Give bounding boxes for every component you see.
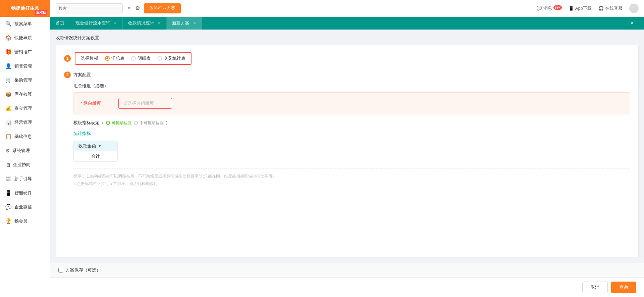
tab-cashflow-label: 现金银行流水查询 bbox=[75, 20, 110, 26]
template-select-box: 选择模板 汇总表 明细表 bbox=[75, 52, 192, 65]
sidebar-item-purchase[interactable]: 🛒 采购管理 bbox=[0, 73, 50, 87]
message-icon: 💬 bbox=[537, 6, 542, 11]
app-download-button[interactable]: 📱 App下载 bbox=[569, 5, 592, 11]
radio-detail-label: 明细表 bbox=[138, 55, 151, 61]
chart-icon: 📊 bbox=[5, 119, 12, 126]
sidebar-item-sales[interactable]: 👤 销售管理 bbox=[0, 59, 50, 73]
message-label: 消息 bbox=[543, 5, 552, 11]
money-icon: 💰 bbox=[5, 105, 12, 111]
hints-section: 提示： 1.拖动标题栏可以调整布局，不可跨维度或指标区域拖动栏目字段(只能在同一… bbox=[73, 168, 630, 187]
sidebar-item-newguide[interactable]: 📰 新手引导 bbox=[0, 172, 50, 186]
settings-icon[interactable]: ⚙ bbox=[135, 5, 140, 11]
sidebar-item-search[interactable]: 🔍 搜索菜单 bbox=[0, 17, 50, 31]
template-radio-group: 汇总表 明细表 交叉统计表 bbox=[105, 55, 185, 61]
sidebar-item-hardware[interactable]: 📱 智能硬件 bbox=[0, 186, 50, 200]
main-area: ▼ ⚙ 体验行业方案 💬 消息 99+ 📱 App下载 🎧 在线客服 首页 bbox=[50, 0, 644, 297]
vertical-dimension-label: 纵向维度 bbox=[80, 100, 101, 106]
gear-icon: ⚙ bbox=[5, 148, 10, 154]
download-label: App下载 bbox=[575, 5, 592, 11]
sidebar-item-quicknav[interactable]: 🏠 快捷导航 bbox=[0, 31, 50, 45]
sidebar-item-label: 基础信息 bbox=[14, 134, 32, 140]
user-avatar[interactable] bbox=[629, 4, 639, 13]
save-checkbox[interactable] bbox=[58, 268, 63, 273]
download-icon: 📱 bbox=[569, 6, 574, 11]
online-service-button[interactable]: 🎧 在线客服 bbox=[598, 5, 623, 11]
page-title: 收款情况统计方案设置 bbox=[56, 35, 639, 41]
sidebar-item-inventory[interactable]: 📦 库存核算 bbox=[0, 87, 50, 101]
news-icon: 📰 bbox=[5, 176, 12, 182]
maximize-window-icon[interactable]: ⛶ bbox=[637, 20, 641, 26]
indicator-table: 收款金额 ▼ 合计 bbox=[73, 141, 118, 162]
main-card: 1 选择模板 汇总表 明细表 bbox=[56, 45, 639, 257]
tab-collection-label: 收款情况统计 bbox=[128, 20, 154, 26]
sidebar-item-label: 企业微信 bbox=[14, 204, 32, 210]
fixed-legend: 不可拖动位置 bbox=[134, 120, 164, 126]
radio-cross[interactable]: 交叉统计表 bbox=[157, 55, 185, 61]
sidebar-item-wechat[interactable]: 💬 企业微信 bbox=[0, 200, 50, 214]
tab-cashflow-close[interactable]: ✕ bbox=[114, 21, 117, 26]
sidebar-item-label: 采购管理 bbox=[14, 77, 32, 83]
dimension-select[interactable]: 请选择分组维度 bbox=[118, 98, 172, 109]
monitor-icon: 🖥 bbox=[5, 162, 10, 168]
user-icon: 👤 bbox=[5, 63, 12, 69]
indicator-total-cell: 合计 bbox=[74, 151, 117, 161]
tabs-bar: 首页 现金银行流水查询 ✕ 收款情况统计 ✕ 新建方案 ✕ ✕ ⛶ bbox=[50, 17, 644, 30]
sidebar: 畅捷通好生意 标准版 🔍 搜索菜单 🏠 快捷导航 🎁 营销推广 👤 销售管理 🛒… bbox=[0, 0, 50, 297]
topbar-right: 💬 消息 99+ 📱 App下载 🎧 在线客服 bbox=[537, 4, 639, 13]
cart-icon: 🛒 bbox=[5, 77, 12, 83]
tab-home-label: 首页 bbox=[56, 20, 64, 26]
tab-home[interactable]: 首页 bbox=[50, 17, 70, 30]
sidebar-item-operations[interactable]: 📊 经营管理 bbox=[0, 115, 50, 130]
vertical-dimension-row: 纵向维度 —— 请选择分组维度 bbox=[80, 98, 623, 109]
cancel-button[interactable]: 取消 bbox=[582, 282, 608, 293]
arrow-icon: —— bbox=[105, 101, 114, 106]
sidebar-item-enterprise[interactable]: 🖥 企业协同 bbox=[0, 158, 50, 172]
message-badge: 99+ bbox=[553, 5, 562, 10]
logo: 畅捷通好生意 标准版 bbox=[0, 0, 50, 17]
bottom-actions: 取消 查询 bbox=[50, 277, 644, 297]
query-button[interactable]: 查询 bbox=[611, 282, 636, 293]
tab-collection[interactable]: 收款情况统计 ✕ bbox=[123, 17, 167, 30]
industry-solution-button[interactable]: 体验行业方案 bbox=[144, 3, 181, 13]
sidebar-item-marketing[interactable]: 🎁 营销推广 bbox=[0, 45, 50, 59]
hint-text-2: 2.点击标题栏下拉可设置排序、插入列和删除列 bbox=[73, 180, 630, 188]
fixed-label: 不可拖动位置 bbox=[140, 120, 164, 126]
phone-icon: 📱 bbox=[5, 190, 12, 196]
service-label: 在线客服 bbox=[605, 5, 623, 11]
indicator-settings: 模板指标设定（ 可拖动位置 不可拖动位置 ） 统计指标 bbox=[73, 120, 630, 162]
sidebar-item-label: 新手引导 bbox=[14, 176, 32, 182]
indicator-settings-label: 模板指标设定（ bbox=[73, 120, 104, 126]
close-window-icon[interactable]: ✕ bbox=[630, 20, 634, 26]
indicator-header-label: 收款金额 bbox=[78, 143, 96, 149]
chevron-down-icon[interactable]: ▼ bbox=[127, 6, 131, 11]
tab-newplan-close[interactable]: ✕ bbox=[193, 21, 196, 26]
sidebar-item-label: 企业协同 bbox=[13, 162, 31, 168]
sidebar-item-system[interactable]: ⚙ 系统管理 bbox=[0, 144, 50, 158]
dimension-placeholder: 请选择分组维度 bbox=[123, 101, 154, 106]
footer-save: 方案保存（可选） bbox=[50, 263, 644, 277]
save-label: 方案保存（可选） bbox=[66, 267, 101, 273]
topbar: ▼ ⚙ 体验行业方案 💬 消息 99+ 📱 App下载 🎧 在线客服 bbox=[50, 0, 644, 17]
logo-badge: 标准版 bbox=[35, 10, 47, 15]
tab-newplan[interactable]: 新建方案 ✕ bbox=[167, 17, 202, 30]
messages-button[interactable]: 💬 消息 99+ bbox=[537, 5, 562, 11]
step1-section: 1 选择模板 汇总表 明细表 bbox=[64, 52, 630, 65]
logo-text: 畅捷通好生意 bbox=[11, 5, 39, 11]
draggable-dot bbox=[106, 121, 110, 125]
tab-cashflow[interactable]: 现金银行流水查询 ✕ bbox=[70, 17, 123, 30]
radio-detail[interactable]: 明细表 bbox=[131, 55, 151, 61]
radio-summary[interactable]: 汇总表 bbox=[105, 55, 124, 61]
sidebar-item-member[interactable]: 🏆 畅会员 bbox=[0, 214, 50, 228]
sidebar-item-basicinfo[interactable]: 📋 基础信息 bbox=[0, 130, 50, 144]
sidebar-item-finance[interactable]: 💰 资金管理 bbox=[0, 101, 50, 115]
indicator-header-cell[interactable]: 收款金额 ▼ bbox=[74, 141, 117, 151]
tab-collection-close[interactable]: ✕ bbox=[158, 21, 161, 26]
sidebar-item-label: 营销推广 bbox=[14, 49, 32, 55]
draggable-legend: 可拖动位置 bbox=[106, 120, 132, 126]
search-input[interactable] bbox=[56, 3, 123, 13]
legend-close-paren: ） bbox=[166, 120, 170, 126]
chevron-down-icon: ▼ bbox=[98, 144, 102, 148]
content-area: 收款情况统计方案设置 1 选择模板 汇总表 bbox=[50, 30, 644, 263]
box-icon: 📦 bbox=[5, 91, 12, 97]
radio-detail-dot bbox=[131, 56, 136, 61]
